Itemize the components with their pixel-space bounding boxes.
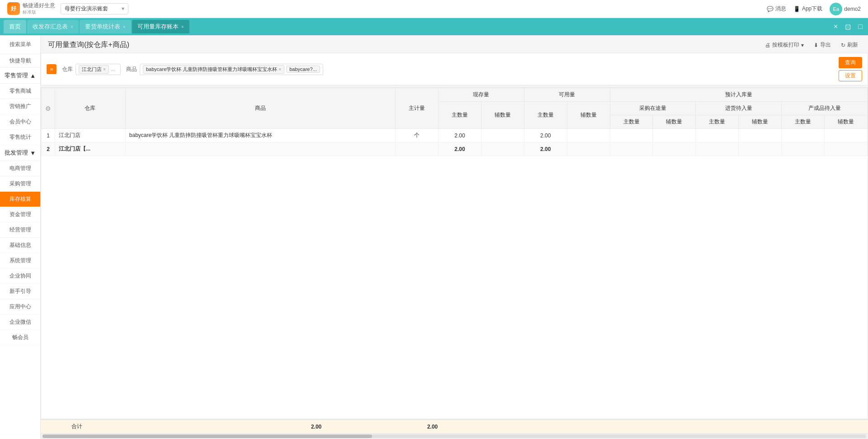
table-header-import-main: 主数量 <box>696 115 739 129</box>
sidebar-item-system[interactable]: 系统管理 <box>0 253 40 269</box>
tab-receipts-close[interactable]: × <box>71 24 73 29</box>
page-title: 可用量查询(按仓库+商品) <box>48 40 129 50</box>
message-btn[interactable]: 💬 消息 <box>767 5 786 13</box>
tab-receipts[interactable]: 收发存汇总表 × <box>27 20 79 33</box>
product-filter-group: 商品 babycare学饮杯 儿童防摔防撞吸管杯重力球吸嘴杯宝宝水杯 × bab… <box>126 64 323 75</box>
sidebar-item-finance[interactable]: 资金管理 <box>0 207 40 222</box>
tab-home[interactable]: 首页 <box>4 20 26 33</box>
export-label: 导出 <box>820 41 831 49</box>
app-download-btn[interactable]: 📱 App下载 <box>793 5 822 13</box>
tab-receipts-label: 收发存汇总表 <box>33 23 68 31</box>
row2-stock-aux <box>481 142 524 156</box>
row1-available-aux <box>567 129 610 142</box>
sidebar-section-retail-header[interactable]: 零售管理 ▲ <box>0 68 40 84</box>
table-header-production-main: 主数量 <box>782 115 825 129</box>
user-area[interactable]: Ea demo2 <box>830 3 861 15</box>
table-header-purchase-aux: 辅数量 <box>653 115 696 129</box>
sidebar-item-purchase[interactable]: 采购管理 <box>0 176 40 192</box>
export-btn[interactable]: ⬇ 导出 <box>811 40 834 50</box>
sidebar: 搜索菜单 快捷导航 零售管理 ▲ 零售商城 营销推广 会员中心 零售统计 批发管… <box>0 35 41 439</box>
row2-available-aux <box>567 142 610 156</box>
table-header-production: 产成品待入量 <box>782 102 868 115</box>
logo-icon: 好 <box>7 2 20 15</box>
table-header-available: 可用量 <box>524 88 610 102</box>
tab-available-stock[interactable]: 可用量库存账本 × <box>132 20 189 33</box>
table-row: 1 江北门店 babycare学饮杯 儿童防摔防撞吸管杯重力球吸嘴杯宝宝水杯 个… <box>42 129 868 142</box>
app-icon: 📱 <box>793 6 800 12</box>
sidebar-item-operation[interactable]: 经营管理 <box>0 222 40 238</box>
sidebar-search-area: 搜索菜单 <box>0 35 40 54</box>
sidebar-item-member[interactable]: 会员中心 <box>0 114 40 130</box>
tab-order-stats-close[interactable]: × <box>123 24 126 29</box>
product-tag2: babycare?... <box>286 66 320 73</box>
sidebar-item-marketing[interactable]: 营销推广 <box>0 99 40 114</box>
table-footer: 合计 2.00 2.00 <box>41 419 868 434</box>
main-layout: 搜索菜单 快捷导航 零售管理 ▲ 零售商城 营销推广 会员中心 零售统计 批发管… <box>0 35 868 439</box>
page-header: 可用量查询(按仓库+商品) 🖨 按模板打印 ▾ ⬇ 导出 ↻ 刷新 <box>41 35 868 53</box>
table-header-warehouse: 仓库 <box>55 88 126 129</box>
refresh-btn[interactable]: ↻ 刷新 <box>838 40 861 50</box>
tab-available-stock-label: 可用量库存账本 <box>137 23 179 31</box>
row2-import-main <box>696 142 739 156</box>
row1-purchase-main <box>610 129 653 142</box>
chevron-down-icon: ▾ <box>122 5 124 12</box>
filter-area: » 仓库 江北门店 × ... 商品 babycare学饮杯 儿童防摔防撞吸管杯… <box>41 53 868 85</box>
industry-selector[interactable]: 母婴行业演示账套 ▾ <box>61 3 128 14</box>
row1-available-main: 2.00 <box>524 129 567 142</box>
table-header-import: 进货待入量 <box>696 102 782 115</box>
row1-stock-aux <box>481 129 524 142</box>
tab-order-stats[interactable]: 要货单统计表 × <box>80 20 131 33</box>
tab-order-stats-label: 要货单统计表 <box>85 23 120 31</box>
product-tag1-close[interactable]: × <box>278 67 281 72</box>
sidebar-item-wechat[interactable]: 企业微信 <box>0 315 40 330</box>
product-tag-container[interactable]: babycare学饮杯 儿童防摔防撞吸管杯重力球吸嘴杯宝宝水杯 × babyca… <box>140 64 323 75</box>
sidebar-item-member2[interactable]: 畅会员 <box>0 330 40 345</box>
sidebar-section-wholesale: 批发管理 ▼ 电商管理 采购管理 <box>0 145 40 192</box>
sidebar-item-retail-stats[interactable]: 零售统计 <box>0 130 40 145</box>
gear-icon[interactable]: ⚙ <box>45 105 51 112</box>
setting-btn[interactable]: 设置 <box>839 70 862 81</box>
logo-area: 好 畅捷通好生意 标准版 <box>7 2 55 15</box>
sidebar-wholesale-label: 批发管理 <box>5 149 28 157</box>
sidebar-item-enterprise[interactable]: 企业协同 <box>0 269 40 284</box>
table-header-import-aux: 辅数量 <box>739 115 782 129</box>
filter-expand-btn[interactable]: » <box>47 64 57 74</box>
query-btn[interactable]: 查询 <box>839 57 862 68</box>
row1-index: 1 <box>42 129 55 142</box>
sidebar-item-newbie[interactable]: 新手引导 <box>0 284 40 299</box>
tab-available-stock-close[interactable]: × <box>181 24 184 29</box>
footer-stock-main: 2.00 <box>287 424 345 430</box>
search-menu-btn[interactable]: 搜索菜单 <box>4 39 37 50</box>
sidebar-retail-label: 零售管理 <box>5 71 28 80</box>
sidebar-section-wholesale-header[interactable]: 批发管理 ▼ <box>0 145 40 161</box>
sidebar-item-app-center[interactable]: 应用中心 <box>0 299 40 315</box>
warehouse-more[interactable]: ... <box>111 66 115 72</box>
row2-unit <box>396 142 439 156</box>
quick-nav-btn[interactable]: 快捷导航 <box>0 54 40 68</box>
sidebar-item-ecommerce[interactable]: 电商管理 <box>0 161 40 176</box>
top-bar: 好 畅捷通好生意 标准版 母婴行业演示账套 ▾ 💬 消息 📱 App下载 Ea … <box>0 0 868 18</box>
sidebar-item-inventory[interactable]: 库存核算 <box>0 192 40 207</box>
row1-warehouse: 江北门店 <box>55 129 126 142</box>
table-header-available-main: 主数量 <box>524 102 567 129</box>
row1-import-main <box>696 129 739 142</box>
row2-index: 2 <box>42 142 55 156</box>
content-area: 可用量查询(按仓库+商品) 🖨 按模板打印 ▾ ⬇ 导出 ↻ 刷新 » <box>41 35 868 439</box>
tab-close-btn[interactable]: × <box>832 23 840 31</box>
tab-maximize-btn[interactable]: □ <box>856 23 864 31</box>
page-actions: 🖨 按模板打印 ▾ ⬇ 导出 ↻ 刷新 <box>762 40 861 50</box>
sidebar-item-retail-shop[interactable]: 零售商城 <box>0 84 40 99</box>
scroll-bar-container[interactable] <box>41 434 868 439</box>
scroll-bar-track <box>42 434 866 438</box>
filter-actions: 查询 设置 <box>839 57 862 81</box>
warehouse-tag-close[interactable]: × <box>103 67 106 72</box>
warehouse-tag: 江北门店 × <box>79 65 109 74</box>
sidebar-item-basic[interactable]: 基础信息 <box>0 238 40 253</box>
tab-restore-btn[interactable]: ⊡ <box>843 23 853 31</box>
product-filter-label: 商品 <box>126 66 137 73</box>
warehouse-tag-container[interactable]: 江北门店 × ... <box>75 64 121 75</box>
message-icon: 💬 <box>767 6 774 12</box>
print-btn[interactable]: 🖨 按模板打印 ▾ <box>762 40 807 50</box>
row1-production-aux <box>824 129 867 142</box>
row1-product: babycare学饮杯 儿童防摔防撞吸管杯重力球吸嘴杯宝宝水杯 <box>125 129 395 142</box>
